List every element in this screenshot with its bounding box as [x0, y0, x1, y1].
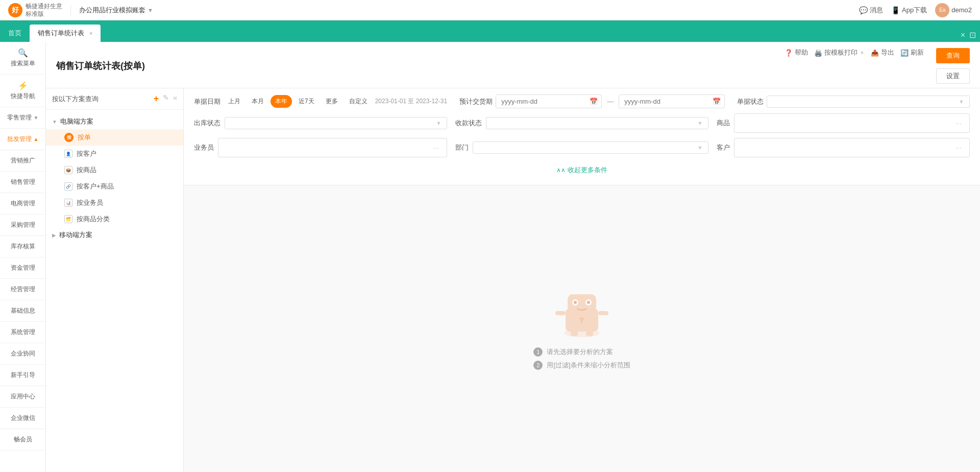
- message-icon: 💬: [859, 6, 868, 14]
- customer-dots-btn[interactable]: ···: [953, 141, 964, 154]
- page-header: 销售订单统计表(按单) ❓ 帮助 🖨️ 按模板打印 ▼ 📤 导出: [46, 42, 980, 88]
- status-label: 单据状态: [737, 97, 764, 106]
- payment-status-label: 收款状态: [455, 119, 482, 128]
- app-download-btn[interactable]: 📱 App下载: [891, 6, 927, 15]
- scheme-item-by-order[interactable]: 按 按单: [46, 129, 183, 146]
- tab-sales-order[interactable]: 销售订单统计表 ×: [30, 25, 101, 42]
- filter-area: 单据日期 上月 本月 本年 近7天 更多 自定义 2023-01-01 至 20…: [184, 88, 980, 185]
- setting-button[interactable]: 设置: [936, 68, 970, 84]
- dept-select[interactable]: ▼: [473, 141, 708, 154]
- edit-scheme-btn[interactable]: ✎: [163, 93, 169, 104]
- sidebar-item-app-center[interactable]: 应用中心: [0, 386, 45, 408]
- data-area: ? 1 请先选择要分析的方案 2 用[过滤]条件来缩小分析范围: [184, 185, 980, 472]
- dept-dropdown-icon: ▼: [697, 145, 703, 151]
- export-icon: 📤: [871, 49, 879, 57]
- logo-text: 畅捷通好生意 标准版: [26, 3, 62, 17]
- sidebar-item-marketing[interactable]: 营销推广: [0, 150, 45, 172]
- logo-icon: 好: [8, 3, 22, 17]
- user-area[interactable]: Ea demo2: [935, 3, 972, 17]
- sidebar-item-sales[interactable]: 销售管理: [0, 172, 45, 193]
- help-btn[interactable]: ❓ 帮助: [785, 48, 808, 57]
- sidebar-item-search[interactable]: 🔍 搜索菜单: [0, 42, 45, 75]
- scheme-item-by-customer[interactable]: 👤 按客户: [46, 146, 183, 162]
- message-btn[interactable]: 💬 消息: [859, 6, 883, 15]
- date-btn-this-year[interactable]: 本年: [271, 95, 292, 108]
- help-icon: ❓: [785, 49, 793, 57]
- right-content: 单据日期 上月 本月 本年 近7天 更多 自定义 2023-01-01 至 20…: [184, 88, 980, 472]
- wholesale-arrow-icon: ▲: [34, 136, 39, 142]
- expected-date-to-input[interactable]: [619, 95, 725, 108]
- sidebar-item-ecommerce[interactable]: 电商管理: [0, 193, 45, 215]
- export-btn[interactable]: 📤 导出: [871, 48, 894, 57]
- date-range-separator: —: [605, 98, 616, 105]
- salesman-label: 业务员: [194, 143, 214, 152]
- delivery-status-select[interactable]: ▼: [225, 117, 447, 129]
- goods-dots-btn[interactable]: ···: [953, 116, 964, 130]
- sidebar-item-guide[interactable]: 新手引导: [0, 365, 45, 386]
- empty-illustration: ?: [551, 288, 612, 339]
- sidebar-item-quick-nav[interactable]: ⚡ 快捷导航: [0, 75, 45, 107]
- sidebar-item-system[interactable]: 系统管理: [0, 322, 45, 343]
- add-scheme-btn[interactable]: +: [154, 93, 159, 104]
- print-icon: 🖨️: [814, 49, 822, 57]
- top-bar-title[interactable]: 办公用品行业模拟账套 ▼: [79, 6, 153, 15]
- sidebar-item-wholesale[interactable]: 批发管理 ▲: [0, 129, 45, 150]
- dropdown-icon[interactable]: ▼: [148, 7, 153, 13]
- collapse-filter-btn[interactable]: ∧∧ 收起更多条件: [194, 161, 970, 179]
- date-btn-this-month[interactable]: 本月: [247, 95, 268, 108]
- sidebar-item-inventory[interactable]: 库存核算: [0, 236, 45, 257]
- query-button[interactable]: 查询: [936, 48, 970, 63]
- tab-close-icon[interactable]: ×: [89, 30, 92, 36]
- scheme-item-by-goods-category[interactable]: 🗂️ 按商品分类: [46, 211, 183, 227]
- scheme-item-by-customer-goods[interactable]: 🔗 按客户+商品: [46, 178, 183, 195]
- svg-rect-8: [598, 311, 608, 315]
- salesman-dots-btn[interactable]: ···: [430, 141, 442, 154]
- collapse-panel-btn[interactable]: «: [173, 93, 177, 104]
- sidebar-item-member[interactable]: 畅会员: [0, 429, 45, 451]
- tip-num-2: 2: [533, 361, 543, 370]
- svg-point-6: [587, 301, 590, 304]
- goods-label: 商品: [717, 119, 730, 128]
- avatar: Ea: [935, 3, 949, 17]
- empty-state: ? 1 请先选择要分析的方案 2 用[过滤]条件来缩小分析范围: [533, 288, 630, 370]
- date-btn-more[interactable]: 更多: [321, 95, 342, 108]
- scheme-icon-customer-goods: 🔗: [64, 182, 72, 191]
- logo-area: 好 畅捷通好生意 标准版: [8, 3, 62, 17]
- sidebar: 🔍 搜索菜单 ⚡ 快捷导航 零售管理 ▼ 批发管理 ▲ 营销推广 销售管理 电商…: [0, 42, 46, 472]
- main-layout: 🔍 搜索菜单 ⚡ 快捷导航 零售管理 ▼ 批发管理 ▲ 营销推广 销售管理 电商…: [0, 42, 980, 472]
- scheme-item-by-salesman[interactable]: 📊 按业务员: [46, 195, 183, 211]
- payment-dropdown-icon: ▼: [697, 120, 703, 126]
- status-select[interactable]: ▼: [767, 96, 970, 108]
- date-range-text: 2023-01-01 至 2023-12-31: [375, 97, 447, 106]
- empty-tip-1: 1 请先选择要分析的方案: [533, 347, 630, 357]
- collapse-icon: ∧∧: [556, 167, 566, 174]
- scheme-item-by-goods[interactable]: 📦 按商品: [46, 162, 183, 178]
- window-maximize-btn[interactable]: ⊡: [969, 30, 976, 40]
- mobile-group-header[interactable]: ▶ 移动端方案: [46, 227, 183, 243]
- sidebar-item-retail[interactable]: 零售管理 ▼: [0, 107, 45, 129]
- tab-home[interactable]: 首页: [0, 25, 30, 42]
- payment-status-select[interactable]: ▼: [486, 117, 708, 129]
- scheme-tree: ▼ 电脑端方案 按 按单 👤 按客户 📦: [46, 110, 183, 247]
- date-btn-custom[interactable]: 自定义: [345, 95, 372, 108]
- tab-bar: 首页 销售订单统计表 × × ⊡: [0, 20, 980, 42]
- refresh-icon: 🔄: [900, 49, 909, 57]
- sidebar-item-finance[interactable]: 资金管理: [0, 257, 45, 279]
- calendar-to-icon: 📅: [713, 98, 721, 105]
- right-actions: 查询 设置: [930, 48, 970, 84]
- pc-group-header[interactable]: ▼ 电脑端方案: [46, 114, 183, 129]
- date-label: 单据日期: [194, 97, 220, 106]
- sidebar-item-basic-info[interactable]: 基础信息: [0, 300, 45, 322]
- mobile-scheme-group: ▶ 移动端方案: [46, 227, 183, 243]
- sidebar-item-enterprise-wechat[interactable]: 企业微信: [0, 408, 45, 429]
- svg-rect-10: [586, 330, 593, 336]
- sidebar-item-purchase[interactable]: 采购管理: [0, 215, 45, 236]
- window-close-btn[interactable]: ×: [961, 31, 965, 40]
- date-btn-7days[interactable]: 近7天: [294, 95, 319, 108]
- refresh-btn[interactable]: 🔄 刷新: [900, 48, 924, 57]
- date-btn-last-month[interactable]: 上月: [224, 95, 245, 108]
- sidebar-item-enterprise[interactable]: 企业协同: [0, 343, 45, 365]
- print-btn[interactable]: 🖨️ 按模板打印 ▼: [814, 48, 865, 57]
- expected-date-from-input[interactable]: [496, 95, 602, 108]
- sidebar-item-operations[interactable]: 经营管理: [0, 279, 45, 300]
